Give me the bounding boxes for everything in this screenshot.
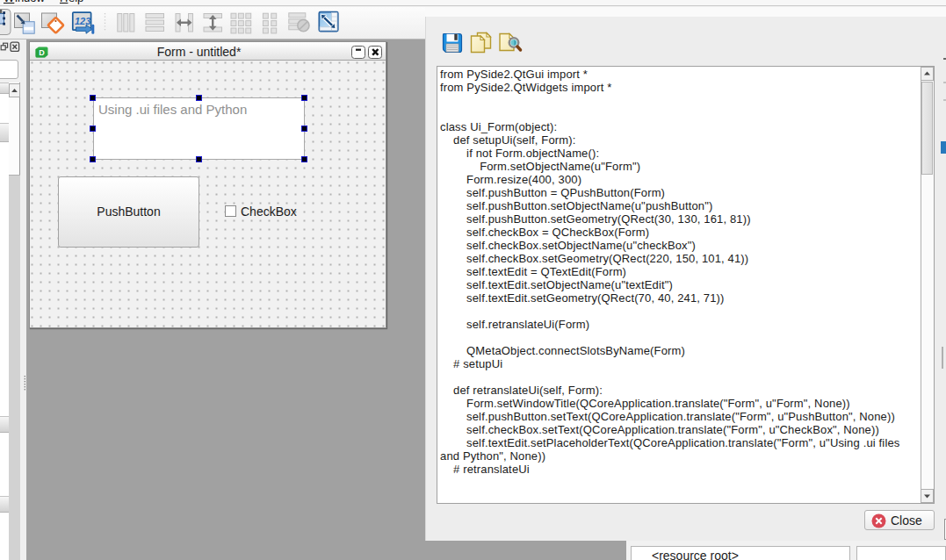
svg-text:D: D: [39, 48, 45, 57]
svg-text:123: 123: [75, 16, 90, 26]
